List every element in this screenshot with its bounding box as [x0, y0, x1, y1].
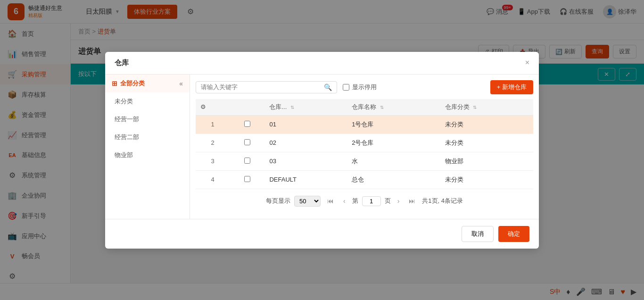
row-category: 未分类 [440, 170, 533, 189]
sort-category-icon: ⇅ [473, 105, 477, 110]
row-checkbox-cell[interactable] [230, 152, 264, 170]
table-toolbar: 🔍 显示停用 + 新增仓库 [196, 80, 533, 94]
table-row[interactable]: 2 02 2号仓库 未分类 [196, 133, 533, 152]
per-page-select[interactable]: 50 20 100 [294, 196, 321, 207]
last-page-button[interactable]: ⏭ [406, 196, 418, 206]
sort-name-icon: ⇅ [380, 105, 384, 110]
table-row[interactable]: 4 DEFAULT 总仓 未分类 [196, 170, 533, 189]
warehouse-modal: 仓库 × ⊞ 全部分类 « 未分类 经营一部 经营二部 物业部 [105, 52, 539, 249]
search-box[interactable]: 🔍 [196, 81, 337, 93]
row-code: 02 [264, 133, 347, 152]
confirm-button[interactable]: 确定 [498, 226, 529, 242]
show-disabled-toggle[interactable]: 显示停用 [343, 83, 377, 92]
table-row[interactable]: 1 01 1号仓库 未分类 [196, 115, 533, 133]
pagination: 每页显示 50 20 100 ⏮ ‹ 第 页 › ⏭ 共1页, 4条记录 [196, 189, 533, 213]
sort-code-icon: ⇅ [290, 105, 294, 110]
search-input[interactable] [201, 83, 324, 91]
table-row[interactable]: 3 03 水 物业部 [196, 152, 533, 170]
category-collapse-icon[interactable]: « [179, 80, 183, 87]
show-disabled-checkbox[interactable] [343, 84, 349, 91]
th-settings[interactable]: ⚙ [196, 99, 230, 116]
row-name: 总仓 [347, 170, 440, 189]
row-name: 2号仓库 [347, 133, 440, 152]
modal-body: ⊞ 全部分类 « 未分类 经营一部 经营二部 物业部 🔍 [105, 75, 539, 219]
row-checkbox-cell[interactable] [230, 115, 264, 133]
grid-icon: ⊞ [112, 80, 117, 87]
th-code[interactable]: 仓库... ⇅ [264, 99, 347, 116]
row-code: 03 [264, 152, 347, 170]
modal-footer: 取消 确定 [105, 219, 539, 249]
row-checkbox-cell[interactable] [230, 133, 264, 152]
page-num-label: 第 [352, 197, 358, 205]
row-checkbox[interactable] [244, 158, 250, 164]
th-name[interactable]: 仓库名称 ⇅ [347, 99, 440, 116]
row-checkbox-cell[interactable] [230, 170, 264, 189]
row-category: 物业部 [440, 152, 533, 170]
row-category: 未分类 [440, 115, 533, 133]
row-code: 01 [264, 115, 347, 133]
category-item-dept2[interactable]: 经营二部 [105, 128, 190, 146]
th-checkbox [230, 99, 264, 116]
first-page-button[interactable]: ⏮ [324, 196, 337, 206]
table-panel: 🔍 显示停用 + 新增仓库 ⚙ [190, 75, 539, 219]
next-page-button[interactable]: › [395, 196, 403, 206]
category-item-property[interactable]: 物业部 [105, 146, 190, 164]
modal-overlay: 仓库 × ⊞ 全部分类 « 未分类 经营一部 经营二部 物业部 [0, 0, 644, 300]
total-records-label: 共1页, 4条记录 [422, 197, 463, 205]
row-code: DEFAULT [264, 170, 347, 189]
row-checkbox[interactable] [244, 121, 250, 127]
row-checkbox[interactable] [244, 176, 250, 182]
page-unit-label: 页 [385, 197, 391, 205]
modal-close-button[interactable]: × [525, 58, 529, 67]
row-category: 未分类 [440, 133, 533, 152]
prev-page-button[interactable]: ‹ [340, 196, 348, 206]
row-number: 4 [196, 170, 230, 189]
search-icon[interactable]: 🔍 [324, 83, 332, 91]
page-number-input[interactable] [362, 196, 381, 206]
th-category[interactable]: 仓库分类 ⇅ [440, 99, 533, 116]
row-name: 水 [347, 152, 440, 170]
row-number: 2 [196, 133, 230, 152]
category-item-unclassified[interactable]: 未分类 [105, 92, 190, 110]
modal-title: 仓库 [115, 58, 129, 67]
per-page-label: 每页显示 [266, 197, 290, 205]
add-warehouse-button[interactable]: + 新增仓库 [490, 80, 533, 94]
cancel-button[interactable]: 取消 [462, 226, 494, 242]
category-item-dept1[interactable]: 经营一部 [105, 110, 190, 128]
category-all-item[interactable]: ⊞ 全部分类 « [105, 75, 190, 92]
warehouse-table: ⚙ 仓库... ⇅ 仓库名称 ⇅ [196, 99, 533, 189]
category-panel: ⊞ 全部分类 « 未分类 经营一部 经营二部 物业部 [105, 75, 190, 219]
row-checkbox[interactable] [244, 139, 250, 145]
row-name: 1号仓库 [347, 115, 440, 133]
row-number: 3 [196, 152, 230, 170]
row-number: 1 [196, 115, 230, 133]
modal-header: 仓库 × [105, 52, 539, 75]
